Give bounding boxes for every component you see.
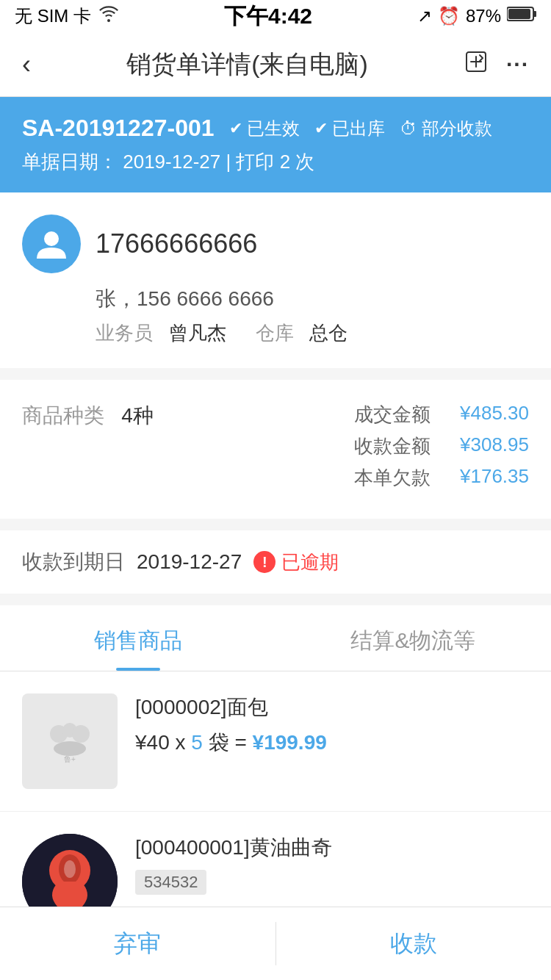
wifi-icon	[98, 6, 119, 26]
received-value: ¥308.95	[460, 433, 529, 459]
due-date-value: 2019-12-27	[137, 550, 242, 574]
tab-products[interactable]: 销售商品	[0, 605, 276, 671]
tabs: 销售商品 结算&物流等	[0, 605, 551, 671]
product-info-1: [0000002]面包 ¥40 x 5 袋 = ¥199.99	[135, 693, 529, 757]
product-tag-2: 534532	[135, 870, 206, 895]
product-total-1: ¥199.99	[253, 731, 327, 754]
overdue-status: ! 已逾期	[253, 550, 339, 575]
sim-status: 无 SIM 卡	[15, 4, 91, 28]
product-name-1: [0000002]面包	[135, 693, 529, 721]
nav-bar: ‹ 销货单详情(来自电脑) ···	[0, 32, 551, 97]
received-label: 收款金额	[354, 433, 431, 459]
product-image-1: 鲁+	[22, 693, 118, 789]
svg-rect-2	[508, 9, 530, 19]
customer-section: 17666666666 张，156 6666 6666 业务员 曾凡杰 仓库 总…	[0, 192, 551, 368]
customer-phone: 17666666666	[96, 228, 257, 259]
page-title: 销货单详情(来自电脑)	[126, 48, 368, 82]
status-partial: ⏱ 部分收款	[400, 117, 492, 140]
sales-label: 业务员	[96, 322, 153, 344]
share-icon[interactable]	[464, 49, 489, 79]
location-icon: ↗	[417, 6, 432, 26]
status-time: 下午4:42	[224, 1, 312, 32]
customer-name-phone: 张，156 6666 6666	[22, 285, 529, 313]
svg-point-13	[64, 860, 76, 878]
bottom-bar: 弃审 收款	[0, 907, 551, 980]
list-item: 鲁+ [0000002]面包 ¥40 x 5 袋 = ¥199.99	[0, 671, 551, 812]
back-button[interactable]: ‹	[22, 49, 31, 80]
check-icon-2: ✔	[314, 119, 328, 138]
product-price-1: ¥40 x 5 袋 = ¥199.99	[135, 729, 529, 757]
svg-point-4	[44, 231, 59, 246]
collect-payment-button[interactable]: 收款	[276, 907, 552, 980]
amount-label: 成交金额	[354, 402, 431, 428]
due-date-section: 收款到期日 2019-12-27 ! 已逾期	[0, 530, 551, 594]
status-effected: ✔ 已生效	[229, 117, 300, 140]
owed-value: ¥176.35	[460, 465, 529, 491]
product-name-2: [000400001]黄油曲奇	[135, 834, 529, 862]
tab-settlement[interactable]: 结算&物流等	[276, 605, 551, 671]
abandon-audit-button[interactable]: 弃审	[0, 907, 276, 980]
customer-details: 业务员 曾凡杰 仓库 总仓	[22, 320, 529, 346]
battery-status: 87%	[466, 6, 501, 26]
status-left: 无 SIM 卡	[15, 4, 119, 28]
order-header: SA-20191227-001 ✔ 已生效 ✔ 已出库 ⏱ 部分收款 单据日期：…	[0, 97, 551, 192]
svg-point-7	[72, 725, 90, 743]
warehouse-label: 仓库	[256, 322, 294, 344]
order-date-row: 单据日期： 2019-12-27 | 打印 2 次	[22, 149, 529, 175]
more-icon[interactable]: ···	[506, 52, 529, 77]
nav-actions: ···	[464, 49, 529, 79]
amount-value: ¥485.30	[460, 402, 529, 428]
order-id: SA-20191227-001	[22, 115, 215, 142]
status-right: ↗ ⏰ 87%	[417, 6, 536, 26]
battery-icon	[507, 6, 536, 26]
owed-label: 本单欠款	[354, 465, 431, 491]
overdue-icon: !	[253, 551, 276, 573]
svg-text:鲁+: 鲁+	[64, 755, 76, 763]
product-type-count: 商品种类 4种	[22, 402, 154, 430]
svg-point-8	[54, 741, 86, 756]
warehouse-name: 总仓	[309, 322, 347, 344]
alarm-icon: ⏰	[438, 6, 460, 26]
sales-name: 曾凡杰	[169, 322, 226, 344]
svg-rect-1	[533, 11, 536, 17]
clock-icon: ⏱	[400, 118, 417, 139]
product-qty-1: 5	[191, 731, 203, 754]
financial-stats: 成交金额 ¥485.30 收款金额 ¥308.95 本单欠款 ¥176.35	[354, 402, 529, 497]
due-date-label: 收款到期日	[22, 548, 125, 576]
check-icon-1: ✔	[229, 119, 242, 138]
status-bar: 无 SIM 卡 下午4:42 ↗ ⏰ 87%	[0, 0, 551, 32]
stats-section: 商品种类 4种 成交金额 ¥485.30 收款金额 ¥308.95 本单欠款 ¥…	[0, 380, 551, 519]
avatar	[22, 215, 81, 273]
status-shipped: ✔ 已出库	[314, 117, 385, 140]
